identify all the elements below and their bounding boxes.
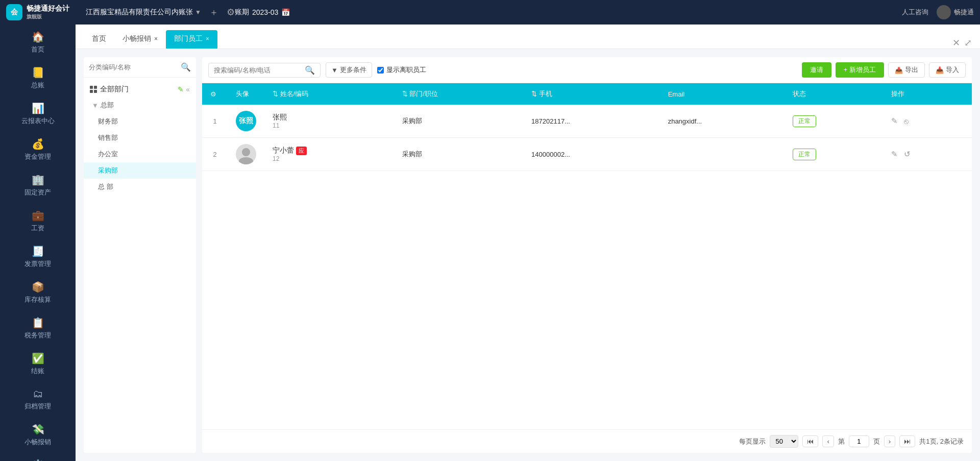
tab-expand-icon[interactable]: ⤢ (964, 37, 972, 48)
emp-name: 张熙 (273, 113, 386, 122)
sidebar-item-expense[interactable]: 💸 小畅报销 (0, 417, 76, 453)
sidebar-item-funds[interactable]: 💰 资金管理 (0, 132, 76, 167)
tab-expense[interactable]: 小畅报销 × (114, 30, 166, 48)
edit-icon[interactable]: ✎ (891, 150, 898, 159)
avatar-cell (228, 138, 264, 171)
tabs-right: ✕ ⤢ (952, 37, 972, 48)
phone-cell: 140000002... (523, 138, 660, 171)
sidebar-item-reports[interactable]: 📊 云报表中心 (0, 96, 76, 132)
sidebar-item-tax[interactable]: 📋 税务管理 (0, 310, 76, 346)
dept-item-office[interactable]: 办公室 (84, 146, 196, 162)
calendar-icon[interactable]: 📅 (281, 8, 290, 16)
app-name: 畅捷通好会计 (27, 4, 69, 13)
export-btn[interactable]: 📤 导出 (888, 62, 925, 78)
pg-first-btn[interactable]: ⏮ (802, 435, 818, 447)
edit-icon[interactable]: ✎ (891, 116, 898, 126)
assets-icon: 🏢 (32, 174, 44, 186)
logo-icon: 会 (6, 4, 22, 20)
export-label: 导出 (905, 65, 918, 75)
add-icon[interactable]: ＋ (209, 6, 218, 18)
table-row: 2 宁小蕾 应 (202, 138, 972, 171)
emp-tag: 应 (296, 147, 307, 155)
tab-close-all-icon[interactable]: ✕ (952, 37, 960, 48)
pg-total-label: 共1页, 2条记录 (919, 437, 964, 446)
tab-dept-emp-close[interactable]: × (206, 35, 209, 42)
logout-icon[interactable]: ⎋ (904, 117, 909, 126)
sidebar-item-inventory[interactable]: 📦 库存核算 (0, 275, 76, 310)
sidebar-item-checkout[interactable]: ✅ 结账 (0, 346, 76, 382)
tab-expense-close[interactable]: × (154, 35, 158, 42)
emp-panel: 🔍 ▼ 更多条件 显示离职员工 邀请 + 新增员工 📤 (202, 57, 972, 453)
col-name-code[interactable]: ⇅ 姓名/编码 (264, 83, 394, 105)
dept-item-hq[interactable]: ▼ 总部 (84, 97, 196, 113)
tab-home[interactable]: 首页 (84, 30, 114, 48)
invite-btn[interactable]: 邀请 (802, 62, 831, 78)
emp-search-input[interactable] (214, 66, 302, 74)
app-sub: 旗舰版 (27, 13, 69, 20)
archive-icon: 🗂 (33, 388, 43, 400)
show-resigned-label[interactable]: 显示离职员工 (377, 65, 426, 75)
pg-next-btn[interactable]: › (884, 435, 895, 447)
phone-cell: 187202117... (523, 105, 660, 138)
action-cell: ✎ ↺ (883, 138, 972, 171)
dept-collapse-icon[interactable]: « (186, 85, 190, 93)
support-btn[interactable]: 人工咨询 (902, 8, 928, 17)
settings-icon[interactable]: ⚙ (227, 7, 235, 18)
user-avatar (937, 5, 951, 19)
sidebar: 🏠 首页 📒 总账 📊 云报表中心 💰 资金管理 🏢 固定资产 💼 工资 🧾 发… (0, 25, 76, 461)
name-code-cell: 张熙 11 (264, 105, 394, 138)
filter-more-btn[interactable]: ▼ 更多条件 (326, 62, 372, 78)
dept-search-input[interactable] (89, 63, 178, 71)
pg-last-btn[interactable]: ⏭ (899, 435, 915, 447)
status-cell: 正常 (785, 138, 883, 171)
tab-expense-label: 小畅报销 (122, 34, 151, 43)
col-settings[interactable]: ⚙ (202, 83, 228, 105)
sidebar-item-settings[interactable]: ⚙️ 基础设置 (0, 453, 76, 461)
col-phone[interactable]: ⇅ 手机 (523, 83, 660, 105)
dept-tree: 全部部门 ✎ « ▼ 总部 财务部 销售部 办公室 采购部 (84, 78, 196, 453)
svg-point-1 (239, 157, 253, 164)
sidebar-item-ledger[interactable]: 📒 总账 (0, 60, 76, 96)
dept-edit-icon[interactable]: ✎ (178, 85, 184, 93)
all-dept-header[interactable]: 全部部门 ✎ « (84, 82, 196, 97)
emp-search-icon[interactable]: 🔍 (305, 65, 315, 75)
pg-prev-btn[interactable]: ‹ (822, 435, 834, 447)
dept-item-purchase[interactable]: 采购部 (84, 162, 196, 179)
content-area: 首页 小畅报销 × 部门员工 × ✕ ⤢ 🔍 (76, 25, 980, 461)
import-icon: 📥 (936, 66, 944, 74)
checkout-icon: ✅ (32, 352, 44, 365)
period-value: 2023-03 (252, 8, 278, 16)
refresh-icon[interactable]: ↺ (904, 150, 911, 159)
dept-item-hq2[interactable]: 总 部 (84, 179, 196, 195)
sidebar-item-invoice[interactable]: 🧾 发票管理 (0, 239, 76, 275)
sidebar-item-home[interactable]: 🏠 首页 (0, 25, 76, 60)
app-logo: 会 畅捷通好会计 旗舰版 (6, 4, 82, 20)
add-emp-btn[interactable]: + 新增员工 (836, 62, 884, 78)
sidebar-item-label: 发票管理 (24, 259, 51, 269)
sidebar-item-assets[interactable]: 🏢 固定资产 (0, 167, 76, 203)
period-display: 账期 2023-03 📅 (235, 8, 290, 17)
col-action: 操作 (883, 83, 972, 105)
company-dropdown-icon[interactable]: ▼ (195, 9, 201, 16)
sidebar-item-archive[interactable]: 🗂 归档管理 (0, 382, 76, 417)
company-name[interactable]: 江西服宝精品有限责任公司内账张 ▼ (86, 8, 201, 17)
import-btn[interactable]: 📥 导入 (929, 62, 966, 78)
sidebar-item-salary[interactable]: 💼 工资 (0, 203, 76, 239)
emp-code: 11 (273, 122, 386, 129)
dept-item-finance[interactable]: 财务部 (84, 113, 196, 130)
dept-item-sales[interactable]: 销售部 (84, 130, 196, 146)
svg-point-0 (242, 148, 250, 156)
sidebar-item-label: 总账 (31, 81, 44, 90)
dept-search-icon[interactable]: 🔍 (181, 62, 191, 72)
emp-search-box: 🔍 (208, 63, 321, 78)
tax-icon: 📋 (32, 317, 44, 329)
user-menu[interactable]: 畅捷通 (937, 5, 974, 19)
tab-dept-emp[interactable]: 部门员工 × (166, 30, 217, 48)
show-resigned-checkbox[interactable] (377, 67, 384, 74)
pg-input[interactable] (849, 435, 869, 447)
col-dept-pos[interactable]: ⇅ 部门/职位 (394, 83, 524, 105)
dept-grid-icon (90, 86, 97, 93)
sidebar-item-label: 首页 (31, 45, 44, 54)
per-page-select[interactable]: 50 10 20 100 (770, 435, 798, 448)
dept-expand-icon: ▼ (92, 102, 99, 109)
